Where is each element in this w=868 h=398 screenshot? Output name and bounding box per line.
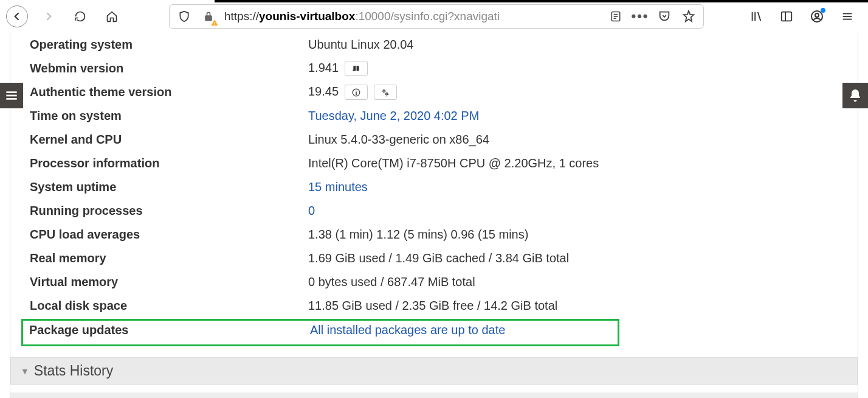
info-label: Local disk space bbox=[30, 299, 308, 313]
info-row: Time on systemTuesday, June 2, 2020 4:02… bbox=[30, 104, 838, 128]
info-value: Ubuntu Linux 20.04 bbox=[308, 38, 413, 52]
info-row: CPU load averages1.38 (1 min) 1.12 (5 mi… bbox=[30, 223, 838, 246]
info-label: Authentic theme version bbox=[30, 85, 308, 99]
bottom-bar bbox=[10, 393, 858, 398]
pocket-icon[interactable] bbox=[656, 8, 673, 25]
info-value: 19.45i bbox=[308, 85, 397, 100]
system-info-table: Operating systemUbuntu Linux 20.04Webmin… bbox=[10, 33, 858, 318]
info-row: Operating systemUbuntu Linux 20.04 bbox=[30, 33, 838, 57]
info-row: Real memory1.69 GiB used / 1.49 GiB cach… bbox=[30, 246, 838, 270]
info-row: Authentic theme version19.45i bbox=[30, 80, 838, 104]
info-row: Running processes0 bbox=[30, 199, 838, 223]
svg-point-10 bbox=[815, 13, 819, 17]
info-value: 0 bytes used / 687.47 MiB total bbox=[308, 275, 475, 289]
top-divider bbox=[215, 0, 868, 2]
reader-mode-icon[interactable] bbox=[607, 8, 624, 25]
account-icon[interactable] bbox=[808, 8, 825, 25]
forward-button[interactable] bbox=[38, 5, 60, 27]
info-row: Virtual memory0 bytes used / 687.47 MiB … bbox=[30, 270, 838, 294]
sidebar-icon[interactable] bbox=[778, 8, 795, 25]
info-row: System uptime15 minutes bbox=[30, 175, 838, 199]
info-value: 11.85 GiB used / 2.35 GiB free / 14.2 Gi… bbox=[308, 299, 557, 313]
package-updates-link[interactable]: All installed packages are up to date bbox=[310, 323, 505, 337]
info-value[interactable]: 15 minutes bbox=[308, 180, 368, 194]
sidebar-toggle-button[interactable] bbox=[0, 83, 23, 108]
stats-history-section[interactable]: ▼ Stats History bbox=[10, 357, 858, 385]
info-icon[interactable]: i bbox=[345, 85, 368, 100]
info-label: CPU load averages bbox=[30, 228, 308, 242]
bookmark-star-icon[interactable] bbox=[680, 8, 697, 25]
info-label: System uptime bbox=[30, 180, 308, 194]
svg-text:i: i bbox=[356, 89, 357, 96]
info-value: 1.69 GiB used / 1.49 GiB cached / 3.84 G… bbox=[308, 251, 569, 265]
info-value: Intel(R) Core(TM) i7-8750H CPU @ 2.20GHz… bbox=[308, 156, 599, 170]
url-text: https://younis-virtualbox:10000/sysinfo.… bbox=[224, 10, 600, 23]
gear-icon[interactable] bbox=[374, 85, 397, 100]
info-label: Real memory bbox=[30, 251, 308, 265]
info-row: Local disk space11.85 GiB used / 2.35 Gi… bbox=[30, 294, 838, 318]
info-row: Webmin version1.941 bbox=[30, 57, 838, 80]
home-button[interactable] bbox=[101, 5, 123, 27]
notifications-toggle-button[interactable] bbox=[842, 83, 868, 108]
info-value: 1.38 (1 min) 1.12 (5 mins) 0.96 (15 mins… bbox=[308, 228, 528, 242]
info-row: Kernel and CPULinux 5.4.0-33-generic on … bbox=[30, 128, 838, 152]
toolbar-right bbox=[748, 8, 862, 25]
info-label: Kernel and CPU bbox=[30, 133, 308, 147]
hamburger-menu-icon[interactable] bbox=[839, 8, 856, 25]
more-icon[interactable]: ••• bbox=[632, 8, 649, 25]
svg-point-19 bbox=[383, 90, 385, 93]
info-value: Linux 5.4.0-33-generic on x86_64 bbox=[308, 133, 489, 147]
info-value[interactable]: Tuesday, June 2, 2020 4:02 PM bbox=[308, 109, 479, 123]
info-label: Time on system bbox=[30, 109, 308, 123]
book-icon[interactable] bbox=[345, 61, 368, 76]
library-icon[interactable] bbox=[748, 8, 765, 25]
back-button[interactable] bbox=[6, 5, 28, 27]
browser-toolbar: https://younis-virtualbox:10000/sysinfo.… bbox=[0, 0, 868, 33]
svg-line-6 bbox=[758, 12, 761, 21]
lock-warning-icon[interactable] bbox=[200, 8, 217, 25]
svg-rect-7 bbox=[782, 12, 792, 21]
info-value: 1.941 bbox=[308, 61, 368, 76]
content-area: Operating systemUbuntu Linux 20.04Webmin… bbox=[10, 33, 858, 398]
info-label: Operating system bbox=[30, 38, 308, 52]
info-value[interactable]: 0 bbox=[308, 204, 315, 218]
info-label: Package updates bbox=[29, 323, 310, 337]
info-label: Virtual memory bbox=[30, 275, 308, 289]
info-label: Webmin version bbox=[30, 61, 308, 75]
section-title: Stats History bbox=[34, 363, 113, 379]
shield-icon[interactable] bbox=[176, 8, 193, 25]
package-updates-row: Package updates All installed packages a… bbox=[21, 319, 619, 346]
chevron-down-icon: ▼ bbox=[21, 366, 29, 376]
info-label: Running processes bbox=[30, 204, 308, 218]
info-row: Processor informationIntel(R) Core(TM) i… bbox=[30, 152, 838, 175]
info-label: Processor information bbox=[30, 156, 308, 170]
reload-button[interactable] bbox=[69, 5, 91, 27]
url-bar[interactable]: https://younis-virtualbox:10000/sysinfo.… bbox=[169, 4, 704, 29]
